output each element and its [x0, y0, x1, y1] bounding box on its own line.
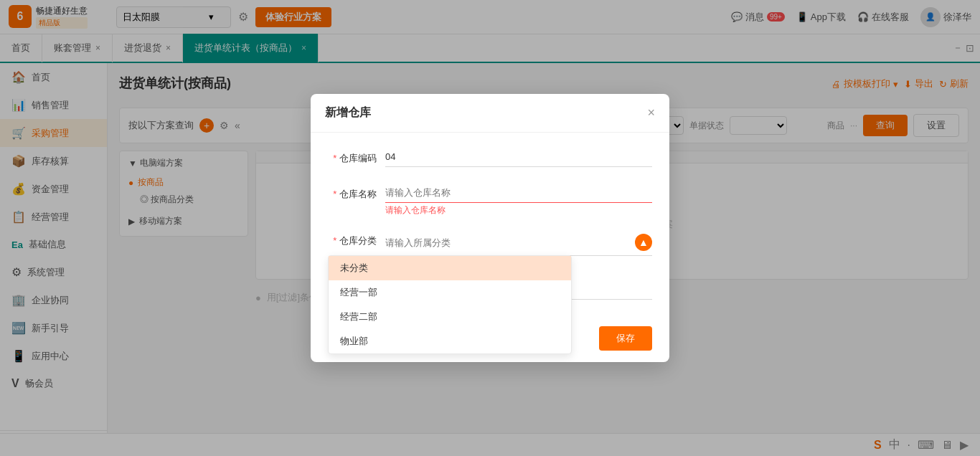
- modal-overlay: 新增仓库 × * 仓库编码 * 仓库名称: [0, 0, 980, 456]
- form-row-category: * 仓库分类 ▲ 未分类 经营一部 经营二部 物业部: [328, 229, 652, 256]
- category-option-property[interactable]: 物业部: [329, 329, 571, 353]
- name-label: * 仓库名称: [328, 183, 385, 206]
- required-star-name: *: [333, 189, 336, 199]
- code-label: * 仓库编码: [328, 147, 385, 170]
- category-dropdown-list: 未分类 经营一部 经营二部 物业部: [328, 255, 572, 354]
- modal-title: 新增仓库: [325, 105, 371, 120]
- category-option-unclassified[interactable]: 未分类: [329, 256, 571, 280]
- modal-body: * 仓库编码 * 仓库名称 请输入仓库名称: [311, 133, 669, 326]
- required-star-code: *: [333, 153, 336, 163]
- add-warehouse-modal: 新增仓库 × * 仓库编码 * 仓库名称: [311, 94, 669, 362]
- category-field: ▲ 未分类 经营一部 经营二部 物业部: [385, 229, 652, 256]
- name-error-msg: 请输入仓库名称: [385, 204, 652, 217]
- modal-close-button[interactable]: ×: [647, 105, 655, 120]
- category-input[interactable]: [385, 237, 635, 248]
- modal-header: 新增仓库 ×: [311, 94, 669, 133]
- name-field: 请输入仓库名称: [385, 183, 652, 217]
- save-button[interactable]: 保存: [599, 326, 652, 351]
- category-option-dept2[interactable]: 经营二部: [329, 305, 571, 329]
- category-dropdown-arrow[interactable]: ▲: [635, 234, 652, 251]
- name-input[interactable]: [385, 183, 652, 203]
- code-field: [385, 147, 652, 167]
- code-input[interactable]: [385, 147, 652, 167]
- form-row-name: * 仓库名称 请输入仓库名称: [328, 183, 652, 217]
- category-input-row: ▲: [385, 229, 652, 256]
- category-label: * 仓库分类: [328, 229, 385, 252]
- required-star-category: *: [333, 235, 336, 246]
- form-row-code: * 仓库编码: [328, 147, 652, 170]
- category-option-dept1[interactable]: 经营一部: [329, 280, 571, 305]
